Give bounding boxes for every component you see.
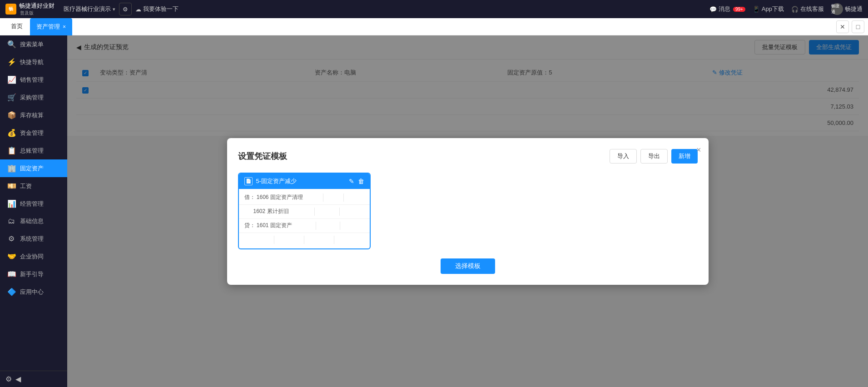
company-selector[interactable]: 医疗器械行业演示 ▾ [64,5,115,13]
sidebar-item-purchase-label: 采购管理 [20,94,44,102]
service-icon: 🎧 [791,6,799,13]
messages-badge: 99+ [733,7,745,12]
company-name: 医疗器械行业演示 [64,5,111,13]
sidebar-item-basic-info-label: 基础信息 [20,217,44,225]
app-edition: 普及版 [20,10,55,16]
service-btn[interactable]: 🎧 在线客服 [791,5,824,13]
sidebar-item-quicknav-label: 快捷导航 [20,58,44,66]
topbar-center: 医疗器械行业演示 ▾ ⚙ ☁ 我要体验一下 [64,3,709,15]
sidebar-item-search[interactable]: 🔍 搜索菜单 [0,35,67,53]
sidebar-item-basic-info[interactable]: 🗂 基础信息 [0,213,67,230]
template-title: 5-固定资产减少 [256,177,297,185]
logo-icon: 畅 [5,4,16,15]
topbar-right: 💬 消息 99+ 📱 App下载 🎧 在线客服 畅捷通 畅捷通 [709,3,863,15]
new-template-btn[interactable]: 新增 [671,149,698,164]
inventory-icon: 📦 [7,111,15,119]
basic-info-icon: 🗂 [7,217,15,225]
app-center-icon: 🔷 [7,288,15,296]
sidebar-item-app-center-label: 应用中心 [20,288,44,296]
dialog-header-buttons: 导入 导出 新增 [610,149,698,164]
sidebar-item-system[interactable]: ⚙ 系统管理 [0,230,67,248]
template-doc-icon: 📄 [244,177,253,185]
sidebar-item-purchase[interactable]: 🛒 采购管理 [0,89,67,106]
import-btn[interactable]: 导入 [610,149,637,164]
messages-label: 消息 [719,5,730,13]
sidebar-collapse-icon[interactable]: ◀ [15,375,21,383]
sidebar-item-search-label: 搜索菜单 [20,40,44,49]
messages-btn[interactable]: 💬 消息 99+ [709,5,745,13]
template-card-actions: ✎ 🗑 [349,178,364,185]
select-template-btn[interactable]: 选择模板 [441,258,495,274]
export-btn[interactable]: 导出 [640,149,668,164]
sidebar-item-guide[interactable]: 📖 新手引导 [0,265,67,283]
sidebar-scroll: 🔍 搜索菜单 ⚡ 快捷导航 📈 销售管理 🛒 采购管理 📦 库存核算 💰 [0,35,67,371]
sidebar-item-fixed-assets[interactable]: 🏢 固定资产 [0,159,67,177]
sidebar-settings-icon[interactable]: ⚙ [5,375,12,383]
experience-btn[interactable]: ☁ 我要体验一下 [135,5,179,13]
ledger-icon: 📋 [7,146,15,155]
sidebar-bottom: ⚙ ◀ [0,371,67,387]
app-download-btn[interactable]: 📱 App下载 [753,5,784,13]
service-label: 在线客服 [800,5,824,13]
sidebar-item-finance-label: 资金管理 [20,129,44,137]
collab-icon: 🤝 [7,252,15,261]
sidebar-item-inventory[interactable]: 📦 库存核算 [0,106,67,124]
dialog-overlay: 设置凭证模板 导入 导出 新增 × 📄 5-固定资产减少 [67,35,868,387]
template-entry-2: 1602 累计折旧 [239,205,370,219]
app-name: 畅捷通好业财 [19,2,55,10]
dialog-header: 设置凭证模板 导入 导出 新增 [238,149,698,164]
sidebar-item-ledger[interactable]: 📋 总账管理 [0,142,67,159]
avatar: 畅捷通 [831,3,843,15]
dialog-close-icon[interactable]: × [696,145,701,155]
tab-asset-management[interactable]: 资产管理 × [30,18,72,35]
logo-area: 畅 畅捷通好业财 普及版 [5,2,55,16]
template-edit-icon[interactable]: ✎ [349,178,354,185]
sidebar-item-salary-label: 工资 [20,182,32,190]
template-empty-row [239,233,370,247]
sidebar-item-salary[interactable]: 💴 工资 [0,177,67,195]
sidebar-item-collab-label: 企业协同 [20,253,44,261]
quicknav-icon: ⚡ [7,58,15,66]
tabbar: 首页 资产管理 × ✕ □ [0,18,868,35]
tabbar-expand-btn[interactable]: □ [852,20,864,33]
sidebar-item-inventory-label: 库存核算 [20,111,44,119]
template-card-title-area: 📄 5-固定资产减少 [244,177,297,185]
sidebar-item-sales[interactable]: 📈 销售管理 [0,71,67,89]
purchase-icon: 🛒 [7,93,15,102]
username: 畅捷通 [845,5,863,13]
fixed-assets-icon: 🏢 [7,164,15,173]
user-area[interactable]: 畅捷通 畅捷通 [831,3,863,15]
sidebar-item-guide-label: 新手引导 [20,270,44,278]
app-icon: 📱 [753,6,760,13]
tab-close-icon[interactable]: × [63,24,66,30]
sidebar-item-sales-label: 销售管理 [20,76,44,84]
tab-asset-label: 资产管理 [36,23,60,31]
tab-home[interactable]: 首页 [4,18,30,35]
operations-icon: 📊 [7,199,15,208]
salary-icon: 💴 [7,182,15,190]
sales-icon: 📈 [7,75,15,84]
sidebar-item-operations-label: 经营管理 [20,200,44,208]
sidebar-item-app-center[interactable]: 🔷 应用中心 [0,283,67,301]
settings-icon[interactable]: ⚙ [119,3,132,15]
search-icon: 🔍 [7,40,15,49]
template-entry-3: 贷： 1601 固定资产 [239,219,370,233]
voucher-template-dialog: 设置凭证模板 导入 导出 新增 × 📄 5-固定资产减少 [227,138,709,285]
guide-icon: 📖 [7,270,15,278]
topbar: 畅 畅捷通好业财 普及版 医疗器械行业演示 ▾ ⚙ ☁ 我要体验一下 💬 消息 … [0,0,868,18]
template-card-header: 📄 5-固定资产减少 ✎ 🗑 [239,174,370,189]
sidebar-item-ledger-label: 总账管理 [20,147,44,155]
tabbar-close-btn[interactable]: ✕ [836,20,849,33]
finance-icon: 💰 [7,129,15,137]
sidebar-item-collab[interactable]: 🤝 企业协同 [0,248,67,265]
system-icon: ⚙ [7,234,15,243]
sidebar-item-operations[interactable]: 📊 经营管理 [0,195,67,213]
sidebar-item-finance[interactable]: 💰 资金管理 [0,124,67,142]
app-label: App下载 [762,5,784,13]
template-body: 借： 1606 固定资产清理 [239,189,370,248]
sidebar-item-fixed-assets-label: 固定资产 [20,164,44,173]
template-card: 📄 5-固定资产减少 ✎ 🗑 [238,173,371,249]
sidebar-item-quicknav[interactable]: ⚡ 快捷导航 [0,53,67,71]
content-area: ◀ 生成的凭证预览 批量凭证模板 全部生成凭证 ✓ 变动类型：资产清 资产名称：… [67,35,868,387]
template-delete-icon[interactable]: 🗑 [358,178,364,185]
